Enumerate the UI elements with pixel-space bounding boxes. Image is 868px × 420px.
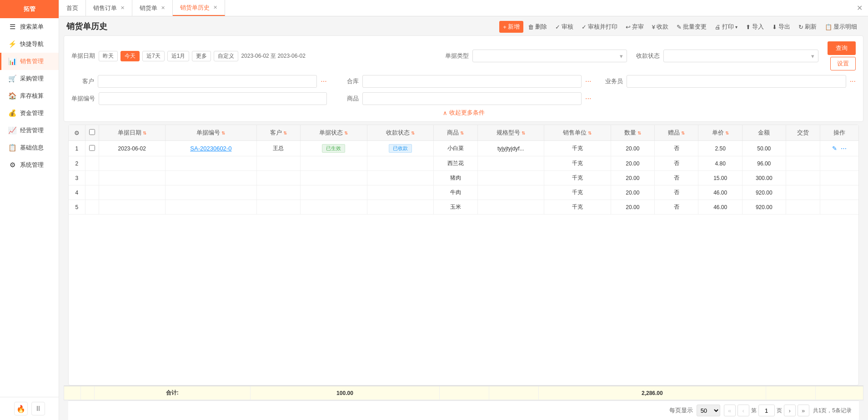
capital-icon: 💰 bbox=[8, 109, 16, 117]
th-customer[interactable]: 客户⇅ bbox=[256, 125, 300, 141]
search-menu-icon: ☰ bbox=[8, 23, 16, 31]
td-rownum-5: 5 bbox=[69, 200, 85, 215]
customer-label: 客户 bbox=[71, 77, 94, 85]
th-settings[interactable]: ⚙ bbox=[69, 125, 85, 141]
tab-sales-history[interactable]: 销货单历史 ✕ bbox=[173, 0, 225, 16]
total-info: 共1页，5条记录 bbox=[813, 407, 852, 415]
product-input[interactable] bbox=[362, 92, 582, 105]
doc-type-label: 单据类型 bbox=[445, 52, 469, 60]
filter-doc-type: 单据类型 ▾ bbox=[445, 50, 627, 62]
tab-sales-goods[interactable]: 销货单 ✕ bbox=[132, 0, 173, 16]
main-area: 首页 销售订单 ✕ 销货单 ✕ 销货单历史 ✕ ✕ 销货单历史 + 新增 bbox=[59, 0, 868, 420]
print-button[interactable]: 🖨 打印 bbox=[711, 21, 741, 33]
row-checkbox-1[interactable] bbox=[89, 145, 95, 151]
last-page-btn[interactable]: » bbox=[798, 405, 809, 416]
date-range-text: 2023-06-02 至 2023-06-02 bbox=[241, 52, 305, 60]
tab-bar-close-btn[interactable]: ✕ bbox=[851, 4, 868, 12]
th-unit-price[interactable]: 单价⇅ bbox=[698, 125, 742, 141]
td-gift-1: 否 bbox=[655, 141, 698, 156]
table-body: 1 2023-06-02 SA-20230602-0 王总 已生效 已收款 小白… bbox=[69, 141, 858, 215]
receive-button[interactable]: ¥ 收款 bbox=[648, 21, 672, 33]
tab-home[interactable]: 首页 bbox=[59, 0, 86, 16]
per-page-select[interactable]: 50 100 200 bbox=[697, 405, 720, 416]
th-gift[interactable]: 赠品⇅ bbox=[655, 125, 698, 141]
th-doc-date[interactable]: 单据日期⇅ bbox=[99, 125, 166, 141]
salesman-input[interactable] bbox=[627, 75, 846, 88]
date-last7[interactable]: 近7天 bbox=[142, 51, 165, 61]
td-qty-1: 20.00 bbox=[611, 141, 654, 156]
warehouse-dots[interactable]: ··· bbox=[585, 77, 591, 85]
next-page-btn[interactable]: › bbox=[784, 405, 796, 416]
product-dots[interactable]: ··· bbox=[585, 95, 591, 103]
summary-quantity: 100.00 bbox=[250, 386, 439, 400]
current-page-input[interactable] bbox=[758, 405, 775, 416]
th-product[interactable]: 商品⇅ bbox=[434, 125, 477, 141]
th-checkbox[interactable] bbox=[85, 125, 99, 141]
date-custom[interactable]: 自定义 bbox=[214, 51, 238, 61]
sidebar-item-basic-info[interactable]: 📋 基础信息 bbox=[0, 139, 59, 156]
audit-print-button[interactable]: ✓ 审核并打印 bbox=[578, 21, 621, 33]
sidebar-footer-btn2[interactable]: ⏸ bbox=[31, 402, 45, 415]
doc-no-input[interactable] bbox=[99, 92, 327, 105]
date-last1month[interactable]: 近1月 bbox=[167, 51, 190, 61]
first-page-btn[interactable]: « bbox=[724, 405, 736, 416]
set-button[interactable]: 设置 bbox=[830, 57, 856, 70]
td-check-1[interactable] bbox=[85, 141, 99, 156]
abandon-button[interactable]: ↩ 弃审 bbox=[622, 21, 647, 33]
tab-close-sales-order[interactable]: ✕ bbox=[120, 5, 125, 11]
sidebar-item-sys-mgmt[interactable]: ⚙ 系统管理 bbox=[0, 156, 59, 174]
import-button[interactable]: ⬆ 导入 bbox=[742, 21, 768, 33]
sidebar-item-search-menu[interactable]: ☰ 搜索菜单 bbox=[0, 18, 59, 35]
sidebar-item-inventory-calc[interactable]: 🏠 库存核算 bbox=[0, 87, 59, 105]
th-quantity[interactable]: 数量⇅ bbox=[611, 125, 654, 141]
td-spec-1: tyjyjtyjdyf... bbox=[477, 141, 544, 156]
filter-collapse-btn[interactable]: ∧ 收起更多条件 bbox=[71, 107, 856, 119]
date-yesterday[interactable]: 昨天 bbox=[99, 51, 118, 61]
sidebar-item-label: 库存核算 bbox=[20, 92, 44, 100]
th-doc-status[interactable]: 单据状态⇅ bbox=[301, 125, 367, 141]
salesman-dots[interactable]: ··· bbox=[850, 77, 856, 85]
doc-type-select[interactable]: ▾ bbox=[472, 50, 627, 62]
payment-status-select[interactable]: ▾ bbox=[663, 50, 818, 62]
customer-input[interactable] bbox=[98, 75, 317, 88]
tab-sales-order[interactable]: 销售订单 ✕ bbox=[86, 0, 132, 16]
td-qty-3: 20.00 bbox=[611, 171, 654, 185]
select-all-checkbox[interactable] bbox=[89, 129, 95, 135]
td-docno-1[interactable]: SA-20230602-0 bbox=[166, 141, 257, 156]
td-amount-5: 920.00 bbox=[742, 200, 786, 215]
th-sales-unit[interactable]: 销售单位⇅ bbox=[544, 125, 611, 141]
table-container: ⚙ 单据日期⇅ 单据编号⇅ 客 bbox=[68, 125, 859, 385]
prev-page-btn[interactable]: ‹ bbox=[738, 405, 749, 416]
sidebar-item-ops-mgmt[interactable]: 📈 经营管理 bbox=[0, 122, 59, 139]
tab-close-sales-goods[interactable]: ✕ bbox=[161, 5, 165, 11]
sort-customer: ⇅ bbox=[283, 130, 287, 135]
query-button[interactable]: 查询 bbox=[828, 41, 856, 55]
new-button[interactable]: + 新增 bbox=[499, 21, 523, 33]
tab-close-sales-history[interactable]: ✕ bbox=[213, 5, 217, 10]
table-row: 1 2023-06-02 SA-20230602-0 王总 已生效 已收款 小白… bbox=[69, 141, 858, 156]
td-gift-3: 否 bbox=[655, 171, 698, 185]
refresh-button[interactable]: ↻ 刷新 bbox=[795, 21, 820, 33]
th-spec-type[interactable]: 规格型号⇅ bbox=[477, 125, 544, 141]
show-detail-button[interactable]: 📋 显示明细 bbox=[821, 21, 861, 33]
th-doc-no[interactable]: 单据编号⇅ bbox=[166, 125, 257, 141]
td-product-2: 西兰花 bbox=[434, 156, 477, 171]
sidebar-footer-btn1[interactable]: 🔥 bbox=[14, 402, 28, 415]
export-button[interactable]: ⬇ 导出 bbox=[768, 21, 794, 33]
customer-dots[interactable]: ··· bbox=[321, 77, 326, 85]
date-more[interactable]: 更多 bbox=[192, 51, 211, 61]
date-label: 单据日期 bbox=[71, 52, 95, 60]
warehouse-input[interactable] bbox=[362, 75, 582, 88]
delete-button[interactable]: 🗑 删除 bbox=[524, 21, 551, 33]
audit-button[interactable]: ✓ 审核 bbox=[552, 21, 577, 33]
action-edit-1[interactable]: ✎ bbox=[832, 145, 837, 152]
page-unit: 页 bbox=[777, 407, 782, 415]
sidebar-item-sales-mgmt[interactable]: 📊 销售管理 bbox=[0, 53, 59, 70]
sidebar-item-quick-nav[interactable]: ⚡ 快捷导航 bbox=[0, 35, 59, 53]
action-more-1[interactable]: ⋯ bbox=[841, 145, 847, 152]
date-today[interactable]: 今天 bbox=[120, 51, 140, 61]
sidebar-item-capital-mgmt[interactable]: 💰 资金管理 bbox=[0, 105, 59, 122]
batch-change-button[interactable]: ✎ 批量变更 bbox=[673, 21, 710, 33]
sidebar-item-purchase-mgmt[interactable]: 🛒 采购管理 bbox=[0, 70, 59, 87]
th-payment-status[interactable]: 收款状态⇅ bbox=[367, 125, 434, 141]
